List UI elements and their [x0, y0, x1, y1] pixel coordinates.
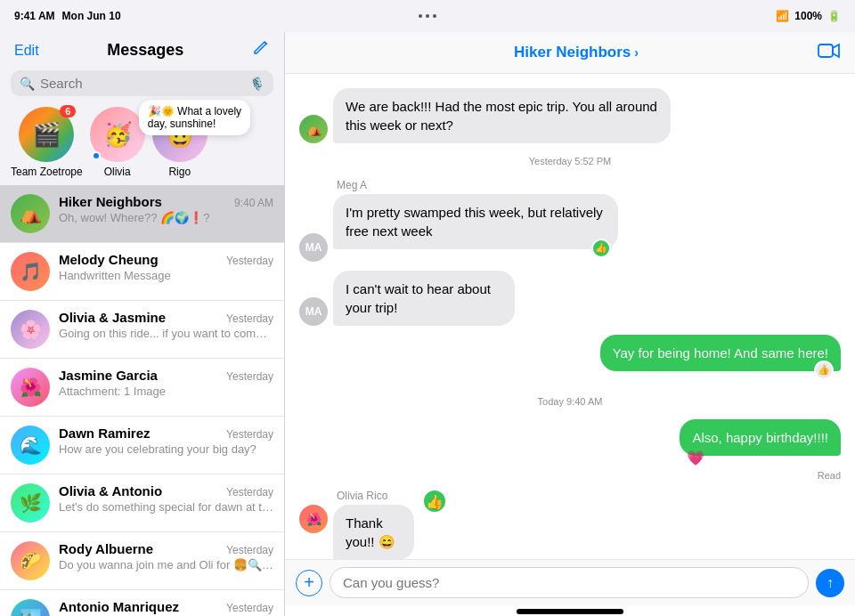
- edit-button[interactable]: Edit: [14, 43, 39, 59]
- pinned-contact-olivia[interactable]: 🥳 Olivia: [90, 107, 145, 178]
- thumb-reaction-2: 👍: [814, 361, 834, 380]
- sidebar-header: Edit Messages: [0, 32, 284, 65]
- conversation-avatar-melody: 🎵: [11, 252, 50, 291]
- pinned-contacts-row: 🎬 6 Team Zoetrope 🎉🌞 What a lovelyday, s…: [0, 103, 284, 185]
- conversation-item-hiker[interactable]: ⛺ Hiker Neighbors 9:40 AM Oh, wow! Where…: [0, 185, 284, 243]
- unread-dot-olivia: [92, 151, 101, 160]
- dot-1: [419, 14, 422, 18]
- conversation-name-rody: Rody Albuerne: [59, 541, 153, 556]
- conversation-preview-rody: Do you wanna join me and Oli for 🍔🔍 brea…: [59, 558, 273, 571]
- message-row-4: Yay for being home! And same here! 👍: [299, 335, 841, 384]
- status-bar: 9:41 AM Mon Jun 10 📶 100% 🔋: [0, 0, 855, 32]
- chevron-right-icon: ›: [634, 45, 639, 60]
- conversation-avatar-rody: 🌮: [11, 541, 50, 580]
- conversation-avatar-dawn: 🌊: [11, 426, 50, 465]
- thumb-reaction-1: 👍: [591, 239, 611, 258]
- conversation-preview-melody: Handwritten Message: [59, 269, 273, 282]
- conversation-preview-olivia-j: Going on this ride... if you want to com…: [59, 327, 273, 340]
- compose-button[interactable]: [252, 39, 270, 61]
- conversation-item-jasmine[interactable]: 🌺 Jasmine Garcia Yesterday Attachment: 1…: [0, 359, 284, 417]
- conversation-time-olivia-a: Yesterday: [226, 486, 273, 498]
- send-button[interactable]: ↑: [816, 569, 844, 597]
- main-container: Edit Messages 🔍 🎙️ 🎬 6 Team Zoetrope: [0, 32, 855, 616]
- conversation-preview-olivia-a: Let's do something special for dawn at t…: [59, 500, 273, 514]
- home-indicator: [517, 609, 623, 614]
- mic-icon: 🎙️: [249, 77, 265, 91]
- conversation-avatar-hiker: ⛺: [11, 194, 50, 233]
- conversation-time-rody: Yesterday: [226, 544, 273, 556]
- chat-title[interactable]: Hiker Neighbors ›: [514, 44, 639, 61]
- dot-2: [426, 14, 429, 18]
- pinned-contact-olivia-wrapper: 🎉🌞 What a lovelyday, sunshine! 🥳 Olivia: [90, 107, 145, 178]
- conversation-list: ⛺ Hiker Neighbors 9:40 AM Oh, wow! Where…: [0, 185, 284, 616]
- chat-title-text: Hiker Neighbors: [514, 44, 631, 61]
- chat-avatar-meg-2: MA: [299, 297, 328, 326]
- conversation-item-olivia-j[interactable]: 🌸 Olivia & Jasmine Yesterday Going on th…: [0, 301, 284, 359]
- chat-avatar-group: ⛺: [299, 115, 328, 143]
- resize-handle[interactable]: [283, 64, 290, 616]
- svg-rect-0: [818, 45, 833, 57]
- heart-reaction-1: 💗: [687, 449, 704, 468]
- conversation-avatar-olivia-j: 🌸: [11, 310, 50, 349]
- message-bubble-1: We are back!!! Had the most epic trip. Y…: [333, 88, 671, 143]
- pinned-contact-team[interactable]: 🎬 6 Team Zoetrope: [11, 107, 83, 178]
- conversation-name-olivia-j: Olivia & Jasmine: [59, 310, 166, 325]
- pinned-name-rigo: Rigo: [168, 166, 191, 178]
- conversation-time-dawn: Yesterday: [226, 428, 273, 441]
- message-row-6: Olivia Rico 🌺 Thank you!! 😄 👍: [299, 490, 841, 559]
- status-bar-left: 9:41 AM Mon Jun 10: [14, 10, 121, 22]
- message-row-2: Meg A MA I'm pretty swamped this week, b…: [299, 179, 841, 262]
- messages-sidebar: Edit Messages 🔍 🎙️ 🎬 6 Team Zoetrope: [0, 32, 285, 616]
- conversation-item-rody[interactable]: 🌮 Rody Albuerne Yesterday Do you wanna j…: [0, 532, 284, 590]
- conversation-name-antonio: Antonio Manriquez: [59, 599, 179, 614]
- message-row-3: MA I can't wait to hear about your trip!: [299, 271, 841, 326]
- speech-bubble: 🎉🌞 What a lovelyday, sunshine!: [139, 100, 250, 135]
- pinned-name-team: Team Zoetrope: [11, 166, 83, 178]
- message-bubble-6: Thank you!! 😄: [333, 505, 414, 559]
- chat-header: Hiker Neighbors ›: [285, 32, 855, 74]
- chat-avatar-olivia: 🌺: [299, 505, 328, 533]
- badge-count-team: 6: [60, 105, 76, 118]
- message-row-1: ⛺ We are back!!! Had the most epic trip.…: [299, 88, 841, 143]
- message-bubble-5: Also, happy birthday!!!! 💗: [680, 419, 841, 456]
- chat-panel: Hiker Neighbors › ⛺ We are back!!! Had t…: [285, 32, 855, 616]
- battery-icon: 🔋: [827, 10, 841, 22]
- timestamp-1: Yesterday 5:52 PM: [299, 156, 841, 166]
- sidebar-title: Messages: [107, 41, 183, 60]
- message-row-5: Also, happy birthday!!!! 💗 Read: [299, 419, 841, 481]
- battery-level: 100%: [794, 10, 822, 22]
- conversation-avatar-jasmine: 🌺: [11, 368, 50, 407]
- status-bar-right: 📶 100% 🔋: [776, 10, 841, 22]
- pinned-name-olivia: Olivia: [104, 166, 131, 178]
- message-bubble-2: I'm pretty swamped this week, but relati…: [333, 194, 618, 249]
- conversation-name-jasmine: Jasmine Garcia: [59, 368, 158, 383]
- conversation-item-dawn[interactable]: 🌊 Dawn Ramirez Yesterday How are you cel…: [0, 417, 284, 474]
- conversation-preview-jasmine: Attachment: 1 Image: [59, 385, 273, 398]
- add-attachment-button[interactable]: +: [296, 570, 322, 596]
- conversation-time-olivia-j: Yesterday: [226, 312, 273, 325]
- video-call-icon[interactable]: [818, 41, 841, 64]
- search-icon: 🔍: [20, 77, 35, 91]
- search-bar[interactable]: 🔍 🎙️: [11, 70, 273, 96]
- conversation-time-antonio: Yesterday: [226, 602, 273, 614]
- chat-avatar-meg: MA: [299, 233, 328, 262]
- conversation-item-melody[interactable]: 🎵 Melody Cheung Yesterday Handwritten Me…: [0, 243, 284, 301]
- pinned-avatar-olivia: 🥳: [90, 107, 145, 162]
- conversation-name-olivia-a: Olivia & Antonio: [59, 483, 162, 498]
- conversation-time-melody: Yesterday: [226, 255, 273, 267]
- read-receipt: Read: [818, 470, 841, 481]
- sender-name-olivia: Olivia Rico: [337, 490, 387, 502]
- chat-messages-area: ⛺ We are back!!! Had the most epic trip.…: [285, 74, 855, 559]
- sender-name-meg: Meg A: [337, 179, 367, 191]
- message-bubble-3: I can't wait to hear about your trip!: [333, 271, 515, 326]
- conversation-preview-dawn: How are you celebrating your big day?: [59, 442, 273, 456]
- search-input[interactable]: [40, 76, 244, 91]
- conversation-name-dawn: Dawn Ramirez: [59, 426, 151, 441]
- conversation-time-hiker: 9:40 AM: [234, 197, 273, 209]
- message-input[interactable]: [330, 567, 809, 598]
- conversation-item-antonio[interactable]: 🏙️ Antonio Manriquez Yesterday: [0, 590, 284, 616]
- conversation-item-olivia-a[interactable]: 🌿 Olivia & Antonio Yesterday Let's do so…: [0, 474, 284, 532]
- tapback-thumbsup: 👍: [422, 489, 447, 514]
- conversation-avatar-antonio: 🏙️: [11, 599, 50, 616]
- conversation-time-jasmine: Yesterday: [226, 370, 273, 383]
